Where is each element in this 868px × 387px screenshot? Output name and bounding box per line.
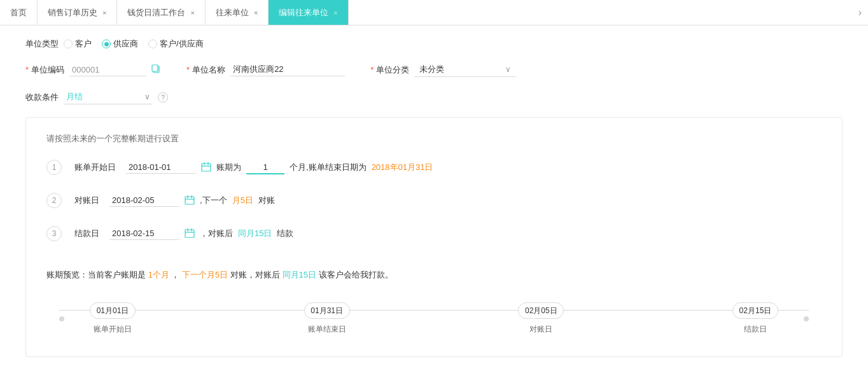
step3-prefix: ，对账后: [200, 228, 233, 239]
step-row-3: 3 结款日 ，对账后 同月15日 结款: [46, 226, 822, 241]
payment-terms-select[interactable]: 月结 ∨: [64, 90, 153, 104]
payment-terms-group: 收款条件 月结 ∨ ?: [25, 90, 168, 104]
timeline-start-dot: [59, 316, 64, 321]
payment-terms-label: 收款条件: [25, 92, 59, 103]
help-icon[interactable]: ?: [158, 92, 168, 102]
unit-category-select[interactable]: 未分类 ∨: [414, 62, 516, 77]
svg-rect-3: [185, 197, 194, 204]
preview-section: 账期预览：当前客户账期是 1个月 ， 下一个月5日 对账，对账后 同月15日 该…: [46, 259, 822, 341]
tab-partner-units[interactable]: 往来单位 ×: [206, 0, 269, 25]
preview-part2: 下一个月5日: [182, 270, 228, 279]
step-label-2: 对账日: [74, 195, 99, 206]
timeline-container: 01月01日 账单开始日 01月31日 账单结束日 02月05日: [46, 296, 822, 341]
step2-date-input[interactable]: [109, 194, 179, 207]
step2-highlight: 月5日: [232, 195, 253, 206]
unit-name-required: *: [186, 65, 190, 74]
step1-period-input[interactable]: [246, 161, 284, 174]
payment-terms-arrow: ∨: [144, 92, 150, 101]
step1-suffix: 个月,账单结束日期为: [290, 162, 367, 173]
close-tab-edit-partner[interactable]: ×: [333, 9, 337, 17]
settings-card: 请按照未来的一个完整帐期进行设置 1 账单开始日 账期为 个月,账单结束日期为 …: [25, 117, 843, 357]
main-content: 单位类型 客户 供应商 客户/供应商 * 单位编码: [0, 25, 868, 387]
timeline-node-4-circle: 02月15日: [732, 302, 778, 319]
unit-category-required: *: [370, 65, 374, 74]
step3-highlight: 同月15日: [238, 228, 272, 239]
step1-date-input[interactable]: [126, 161, 196, 174]
unit-category-label: 单位分类: [376, 64, 409, 76]
close-tab-cash-workbench[interactable]: ×: [190, 9, 194, 17]
timeline-nodes: 01月01日 账单开始日 01月31日 账单结束日 02月05日: [64, 302, 804, 335]
preview-mid: 对账，对账后: [230, 270, 280, 279]
unit-type-group: 单位类型 客户 供应商 客户/供应商: [25, 38, 204, 50]
timeline-node-4: 02月15日 结款日: [732, 302, 778, 335]
unit-category-value: 未分类: [419, 64, 505, 75]
step-num-3: 3: [46, 226, 62, 241]
unit-name-input[interactable]: [230, 64, 345, 76]
radio-group-unit-type: 客户 供应商 客户/供应商: [64, 38, 204, 50]
radio-both[interactable]: 客户/供应商: [148, 38, 204, 50]
tab-home[interactable]: 首页: [0, 0, 38, 25]
preview-text: 账期预览：当前客户账期是 1个月 ， 下一个月5日 对账，对账后 同月15日 该…: [46, 269, 822, 281]
unit-code-input[interactable]: [69, 64, 146, 76]
unit-code-group: * 单位编码: [25, 64, 161, 76]
unit-info-row: * 单位编码 * 单位名称 * 单位分类 未分类 ∨: [25, 62, 843, 77]
step-num-1: 1: [46, 160, 62, 175]
svg-rect-1: [152, 65, 158, 71]
step-row-1: 1 账单开始日 账期为 个月,账单结束日期为 2018年01月31日: [46, 160, 822, 175]
preview-part1: 1个月: [148, 270, 169, 279]
preview-comma1: ，: [171, 270, 179, 279]
tab-edit-partner[interactable]: 编辑往来单位 ×: [269, 0, 348, 25]
step1-calendar-icon[interactable]: [201, 162, 211, 174]
step-row-2: 2 对账日 ,下一个 月5日 对账: [46, 193, 822, 208]
timeline-node-2-circle: 01月31日: [304, 302, 350, 319]
timeline-node-3: 02月05日 对账日: [518, 302, 564, 335]
copy-icon[interactable]: [151, 64, 161, 76]
close-tab-sales-history[interactable]: ×: [102, 9, 106, 17]
timeline-node-1: 01月01日 账单开始日: [90, 302, 136, 335]
unit-code-required: *: [25, 65, 29, 74]
tab-sales-history[interactable]: 销售订单历史 ×: [38, 0, 117, 25]
payment-terms-value: 月结: [66, 91, 144, 102]
timeline-node-2: 01月31日 账单结束日: [304, 302, 350, 335]
category-dropdown-arrow: ∨: [505, 65, 511, 74]
timeline-node-2-label: 账单结束日: [308, 324, 346, 335]
radio-circle-supplier: [102, 39, 111, 48]
radio-circle-both: [148, 39, 157, 48]
radio-customer[interactable]: 客户: [64, 38, 92, 50]
step-label-3: 结款日: [74, 228, 99, 239]
preview-suffix: 该客户会给我打款。: [319, 270, 393, 279]
step3-calendar-icon[interactable]: [185, 228, 195, 240]
timeline-node-1-circle: 01月01日: [90, 302, 136, 319]
unit-code-label: 单位编码: [31, 64, 64, 76]
unit-type-row: 单位类型 客户 供应商 客户/供应商: [25, 38, 843, 50]
preview-part3: 同月15日: [283, 270, 316, 279]
radio-supplier[interactable]: 供应商: [102, 38, 138, 50]
step2-suffix: 对账: [258, 195, 275, 206]
unit-name-label: 单位名称: [192, 64, 225, 76]
step3-suffix: 结款: [277, 228, 293, 239]
close-tab-partner-units[interactable]: ×: [254, 9, 258, 17]
timeline-node-1-label: 账单开始日: [94, 324, 132, 335]
step1-mid-text: 账期为: [216, 162, 241, 173]
unit-name-group: * 单位名称: [186, 64, 345, 76]
step3-date-input[interactable]: [109, 227, 179, 240]
step-label-1: 账单开始日: [74, 162, 116, 173]
step-num-2: 2: [46, 193, 62, 208]
tab-cash-workbench[interactable]: 钱货日清工作台 ×: [117, 0, 205, 25]
timeline-end-dot: [804, 316, 809, 321]
svg-rect-4: [185, 230, 194, 237]
payment-terms-row: 收款条件 月结 ∨ ?: [25, 90, 843, 104]
tab-more-button[interactable]: ›: [852, 7, 868, 18]
timeline-node-4-label: 结款日: [744, 324, 767, 335]
step2-calendar-icon[interactable]: [185, 195, 195, 207]
timeline-node-3-circle: 02月05日: [518, 302, 564, 319]
tabs-bar: 首页 销售订单历史 × 钱货日清工作台 × 往来单位 × 编辑往来单位 × ›: [0, 0, 868, 25]
step2-prefix: ,下一个: [200, 195, 227, 206]
svg-rect-2: [202, 164, 211, 171]
unit-category-group: * 单位分类 未分类 ∨: [370, 62, 516, 77]
unit-type-label: 单位类型: [25, 38, 59, 50]
card-instruction: 请按照未来的一个完整帐期进行设置: [46, 133, 822, 144]
radio-circle-customer: [64, 39, 73, 48]
timeline-node-3-label: 对账日: [529, 324, 552, 335]
preview-prefix: 账期预览：当前客户账期是: [46, 270, 146, 279]
